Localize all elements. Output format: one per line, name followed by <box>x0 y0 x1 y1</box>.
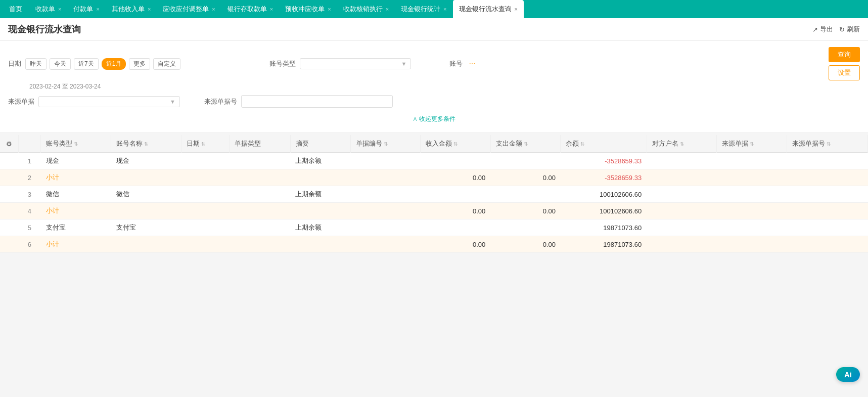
cell-account_name <box>111 236 181 253</box>
close-tab-icon[interactable]: × <box>328 6 331 12</box>
nav-tab-预收冲应收单[interactable]: 预收冲应收单× <box>279 0 337 18</box>
close-tab-icon[interactable]: × <box>96 6 99 12</box>
table-row: 6小计0.000.0019871073.60 <box>0 236 868 253</box>
col-header-account_type[interactable]: 账号类型⇅ <box>41 135 111 153</box>
cell-doc_number <box>350 153 421 169</box>
cell-doc_type <box>230 219 290 236</box>
refresh-button[interactable]: ↻ 刷新 <box>839 25 860 34</box>
cell-doc_number <box>350 169 421 186</box>
top-nav: 首页 收款单×付款单×其他收入单×应收应付调整单×银行存取款单×预收冲应收单×收… <box>0 0 868 18</box>
date-option-近7天[interactable]: 近7天 <box>74 58 99 70</box>
cell-doc_number <box>350 186 421 203</box>
cell-source_doc_num <box>787 203 867 219</box>
cell-counterpart <box>647 236 717 253</box>
date-option-更多[interactable]: 更多 <box>129 58 150 70</box>
close-tab-icon[interactable]: × <box>148 6 151 12</box>
close-tab-icon[interactable]: × <box>58 6 61 12</box>
cell-balance: 19871073.60 <box>561 219 647 236</box>
nav-tab-现金银行统计[interactable]: 现金银行统计× <box>395 0 452 18</box>
cell-source_doc_num <box>787 186 867 203</box>
source-doc-select[interactable]: ▼ <box>38 96 180 107</box>
cell-summary: 上期余额 <box>290 219 350 236</box>
date-range-display: 2023-02-24 至 2023-03-24 <box>29 83 101 90</box>
nav-tab-付款单[interactable]: 付款单× <box>67 0 105 18</box>
source-doc-num-input[interactable] <box>241 95 393 108</box>
cell-doc_number <box>350 236 421 253</box>
date-option-近1月[interactable]: 近1月 <box>102 58 126 70</box>
cell-row_num: 6 <box>18 236 41 253</box>
close-tab-icon[interactable]: × <box>270 6 273 12</box>
col-header-doc_type: 单据类型 <box>230 135 290 153</box>
cell-date <box>181 169 230 186</box>
cell-income <box>421 219 491 236</box>
cell-income <box>421 186 491 203</box>
date-option-今天[interactable]: 今天 <box>50 58 71 70</box>
cell-date <box>181 186 230 203</box>
cell-expense: 0.00 <box>490 236 561 253</box>
col-header-balance[interactable]: 余额⇅ <box>561 135 647 153</box>
table-body: 1现金现金上期余额-3528659.332小计0.000.00-3528659.… <box>0 153 868 253</box>
col-header-account_name[interactable]: 账号名称⇅ <box>111 135 181 153</box>
source-doc-num-filter-group: 来源单据号 <box>204 95 393 108</box>
close-tab-icon[interactable]: × <box>386 6 389 12</box>
filter-row-1: 日期 昨天今天近7天近1月更多自定义 账号类型 ▼ 账号 ··· 查询 设置 <box>8 47 860 80</box>
nav-tab-现金银行流水查询[interactable]: 现金银行流水查询× <box>453 0 524 18</box>
close-tab-icon[interactable]: × <box>212 6 215 12</box>
page-title: 现金银行流水查询 <box>8 23 81 35</box>
account-type-arrow-icon: ▼ <box>401 61 406 67</box>
cell-account_type: 小计 <box>41 169 111 186</box>
date-label: 日期 <box>8 59 21 68</box>
col-header-source_doc_num[interactable]: 来源单据号⇅ <box>787 135 867 153</box>
col-header-doc_number[interactable]: 单据编号⇅ <box>350 135 421 153</box>
export-icon: ↗ <box>812 26 818 33</box>
refresh-icon: ↻ <box>839 26 845 33</box>
cell-doc_type <box>230 203 290 219</box>
account-filter-group: 账号 ··· <box>449 59 477 68</box>
date-options: 昨天今天近7天近1月更多自定义 <box>25 58 180 70</box>
cell-date <box>181 153 230 169</box>
cell-settings <box>0 169 18 186</box>
nav-home[interactable]: 首页 <box>2 5 29 14</box>
query-button[interactable]: 查询 <box>829 47 860 62</box>
settings-button[interactable]: 设置 <box>829 65 860 80</box>
cell-balance: 100102606.60 <box>561 186 647 203</box>
col-header-counterpart[interactable]: 对方户名⇅ <box>647 135 717 153</box>
export-button[interactable]: ↗ 导出 <box>812 25 833 34</box>
account-ellipsis-button[interactable]: ··· <box>467 59 477 68</box>
table-row: 4小计0.000.00100102606.60 <box>0 203 868 219</box>
cell-source_doc <box>717 186 787 203</box>
nav-tab-应收应付调整单[interactable]: 应收应付调整单× <box>157 0 221 18</box>
cell-account_name: 微信 <box>111 186 181 203</box>
table-container: ⚙账号类型⇅账号名称⇅日期⇅单据类型摘要单据编号⇅收入金额⇅支出金额⇅余额⇅对方… <box>0 135 868 253</box>
col-header-settings[interactable]: ⚙ <box>0 135 18 153</box>
close-tab-icon[interactable]: × <box>443 6 446 12</box>
nav-tab-其他收入单[interactable]: 其他收入单× <box>106 0 157 18</box>
cell-balance: -3528659.33 <box>561 153 647 169</box>
cell-source_doc <box>717 203 787 219</box>
nav-tab-收款单[interactable]: 收款单× <box>29 0 67 18</box>
close-tab-icon[interactable]: × <box>515 6 518 12</box>
date-option-昨天[interactable]: 昨天 <box>25 58 47 70</box>
cell-date <box>181 236 230 253</box>
col-header-date[interactable]: 日期⇅ <box>181 135 230 153</box>
collapse-bar[interactable]: ∧ 收起更多条件 <box>8 112 860 126</box>
cell-account_type: 小计 <box>41 236 111 253</box>
cell-source_doc <box>717 153 787 169</box>
cell-account_type: 微信 <box>41 186 111 203</box>
nav-tab-银行存取款单[interactable]: 银行存取款单× <box>221 0 279 18</box>
cell-doc_number <box>350 219 421 236</box>
col-header-source_doc[interactable]: 来源单据⇅ <box>717 135 787 153</box>
header-actions: ↗ 导出 ↻ 刷新 <box>812 25 860 34</box>
cell-source_doc_num <box>787 153 867 169</box>
date-option-自定义[interactable]: 自定义 <box>153 58 180 70</box>
account-type-filter-group: 账号类型 ▼ <box>269 58 411 69</box>
account-type-select[interactable]: ▼ <box>300 58 411 69</box>
cell-doc_type <box>230 153 290 169</box>
cell-settings <box>0 219 18 236</box>
cell-row_num: 5 <box>18 219 41 236</box>
col-header-expense[interactable]: 支出金额⇅ <box>490 135 561 153</box>
source-doc-filter-group: 来源单据 ▼ <box>8 96 180 107</box>
col-header-income[interactable]: 收入金额⇅ <box>421 135 491 153</box>
table-row: 2小计0.000.00-3528659.33 <box>0 169 868 186</box>
nav-tab-收款核销执行[interactable]: 收款核销执行× <box>337 0 395 18</box>
